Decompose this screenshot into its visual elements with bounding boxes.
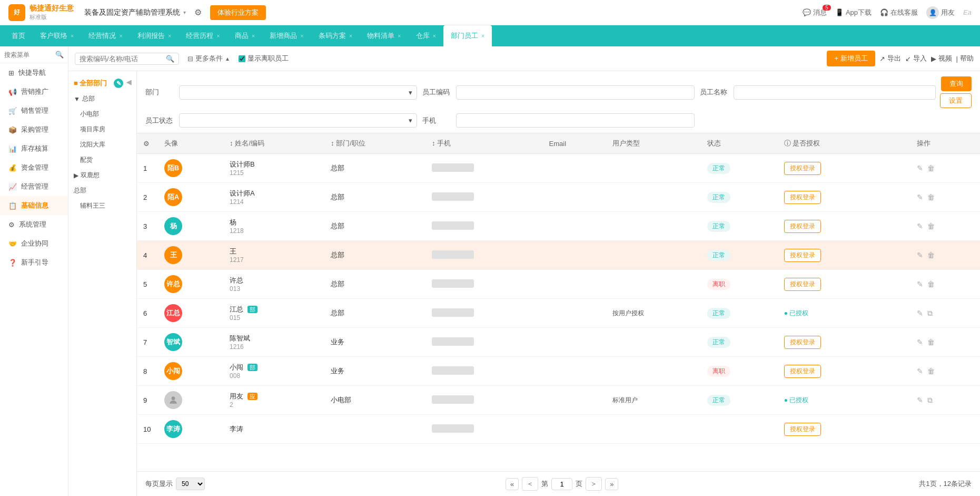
- nav-tab-operation[interactable]: 经营情况 ×: [81, 25, 130, 46]
- query-button[interactable]: 查询: [941, 76, 972, 91]
- search-wrap[interactable]: 🔍: [75, 53, 179, 65]
- first-page-button[interactable]: «: [506, 478, 519, 490]
- add-employee-button[interactable]: + 新增员工: [827, 51, 875, 66]
- close-icon[interactable]: ×: [216, 33, 220, 39]
- edit-icon[interactable]: ✎: [917, 367, 923, 375]
- dept-node-fuzhu[interactable]: 辅料王三: [68, 198, 136, 213]
- nav-tab-barcode[interactable]: 条码方案 ×: [311, 25, 360, 46]
- dept-node-general[interactable]: ▼ 总部: [68, 91, 136, 106]
- sidebar-item-inventory[interactable]: 📊 库存核算: [0, 139, 68, 158]
- show-resigned-label[interactable]: 显示离职员工: [239, 54, 289, 63]
- gear-icon[interactable]: ⚙: [194, 7, 202, 17]
- nav-tab-customer[interactable]: 客户联络 ×: [33, 25, 81, 46]
- view-button[interactable]: ▶ 视频: [931, 54, 952, 63]
- close-icon[interactable]: ×: [252, 33, 255, 39]
- nav-tab-employees[interactable]: 部门员工 ×: [443, 25, 492, 46]
- dept-node-project[interactable]: 项目库房: [68, 122, 136, 137]
- sidebar-search[interactable]: 🔍: [0, 46, 68, 63]
- nav-tab-bom[interactable]: 物料清单 ×: [360, 25, 408, 46]
- edit-icon[interactable]: ✎: [917, 164, 923, 172]
- auth-button[interactable]: 授权登录: [784, 336, 821, 349]
- reset-button[interactable]: 设置: [940, 93, 972, 108]
- prev-page-button[interactable]: ＜: [522, 477, 538, 491]
- delete-icon[interactable]: 🗑: [927, 164, 935, 172]
- close-icon[interactable]: ×: [119, 33, 122, 39]
- last-page-button[interactable]: »: [605, 478, 618, 490]
- sidebar-item-marketing[interactable]: 📢 营销推广: [0, 82, 68, 101]
- col-phone[interactable]: ↕ 手机: [425, 133, 543, 154]
- dept-node-shuangluxiang[interactable]: ▶ 双鹿想: [68, 168, 136, 183]
- emp-name-input[interactable]: [734, 85, 936, 100]
- support-button[interactable]: 🎧 在线客服: [880, 8, 918, 17]
- sidebar-item-business[interactable]: 📈 经营管理: [0, 177, 68, 196]
- delete-icon[interactable]: 🗑: [927, 251, 935, 259]
- help-button[interactable]: | 帮助: [956, 54, 974, 63]
- auth-button[interactable]: 授权登录: [784, 365, 821, 378]
- auth-button[interactable]: 授权登录: [784, 191, 821, 204]
- delete-icon[interactable]: 🗑: [927, 338, 935, 346]
- more-filter-button[interactable]: ⊟ 更多条件 ▲: [183, 52, 234, 65]
- sidebar-item-quick-nav[interactable]: ⊞ 快捷导航: [0, 63, 68, 82]
- edit-icon[interactable]: ✎: [917, 309, 923, 317]
- auth-button[interactable]: 授权登录: [784, 423, 821, 436]
- dept-node-general2[interactable]: 总部: [68, 183, 136, 198]
- dept-select[interactable]: ▾: [179, 85, 417, 100]
- sidebar-item-collab[interactable]: 🤝 企业协同: [0, 234, 68, 253]
- sidebar-search-input[interactable]: [4, 51, 55, 59]
- show-resigned-checkbox[interactable]: [239, 55, 245, 62]
- dept-node-delivery[interactable]: 配货: [68, 152, 136, 168]
- delete-icon[interactable]: 🗑: [927, 367, 935, 375]
- app-download-button[interactable]: 📱 App下载: [835, 8, 872, 17]
- col-settings[interactable]: ⚙: [137, 133, 158, 154]
- system-dropdown-arrow[interactable]: ▾: [183, 9, 186, 15]
- delete-icon[interactable]: 🗑: [927, 280, 935, 288]
- nav-tab-history[interactable]: 经营历程 ×: [179, 25, 227, 46]
- auth-button[interactable]: 授权登录: [784, 220, 821, 233]
- edit-dept-icon[interactable]: ✎: [114, 79, 123, 88]
- close-icon[interactable]: ×: [300, 33, 303, 39]
- sidebar-item-system[interactable]: ⚙ 系统管理: [0, 215, 68, 234]
- phone-input[interactable]: [456, 113, 694, 128]
- dept-node-shenyang[interactable]: 沈阳大库: [68, 137, 136, 152]
- close-icon[interactable]: ×: [398, 33, 401, 39]
- emp-code-input[interactable]: [456, 85, 694, 100]
- page-size-select[interactable]: 50 100 200: [176, 478, 205, 490]
- edit-icon[interactable]: ✎: [917, 222, 923, 230]
- emp-status-select[interactable]: ▾: [179, 113, 417, 128]
- edit-icon[interactable]: ✎: [917, 193, 923, 201]
- page-number-input[interactable]: [551, 478, 572, 490]
- sidebar-item-sales[interactable]: 🛒 销售管理: [0, 101, 68, 120]
- edit-icon[interactable]: ✎: [917, 396, 923, 404]
- nav-tab-home[interactable]: 首页: [4, 25, 33, 46]
- sidebar-item-guide[interactable]: ❓ 新手引导: [0, 253, 68, 272]
- export-button[interactable]: ↗ 导出: [879, 54, 901, 63]
- next-page-button[interactable]: ＞: [586, 477, 602, 491]
- close-icon[interactable]: ×: [481, 33, 484, 39]
- edit-icon[interactable]: ✎: [917, 280, 923, 288]
- copy-icon[interactable]: ⧉: [927, 396, 933, 404]
- dept-node-small-electric[interactable]: 小电部: [68, 106, 136, 122]
- col-name-code[interactable]: ↕ 姓名/编码: [223, 133, 324, 154]
- message-button[interactable]: 💬 消息 5: [803, 8, 827, 17]
- nav-tab-warehouse[interactable]: 仓库 ×: [409, 25, 443, 46]
- user-button[interactable]: 👤 用友: [926, 6, 955, 19]
- search-input[interactable]: [80, 55, 164, 63]
- close-icon[interactable]: ×: [71, 33, 74, 39]
- sidebar-item-purchase[interactable]: 📦 采购管理: [0, 120, 68, 139]
- sidebar-item-finance[interactable]: 💰 资金管理: [0, 158, 68, 177]
- close-icon[interactable]: ×: [168, 33, 171, 39]
- edit-icon[interactable]: ✎: [917, 338, 923, 346]
- sidebar-item-basic-info[interactable]: 📋 基础信息: [0, 196, 68, 215]
- nav-tab-goods[interactable]: 商品 ×: [227, 25, 262, 46]
- nav-tab-add-goods[interactable]: 新增商品 ×: [262, 25, 311, 46]
- nav-tab-profit[interactable]: 利润报告 ×: [130, 25, 179, 46]
- auth-button[interactable]: 授权登录: [784, 278, 821, 291]
- trial-button[interactable]: 体验行业方案: [210, 5, 266, 20]
- collapse-icon[interactable]: ◀: [126, 79, 131, 88]
- col-dept-position[interactable]: ↕ 部门/职位: [324, 133, 425, 154]
- auth-button[interactable]: 授权登录: [784, 249, 821, 262]
- close-icon[interactable]: ×: [433, 33, 436, 39]
- import-button[interactable]: ↙ 导入: [905, 54, 927, 63]
- auth-button[interactable]: 授权登录: [784, 162, 821, 175]
- copy-icon[interactable]: ⧉: [927, 309, 933, 317]
